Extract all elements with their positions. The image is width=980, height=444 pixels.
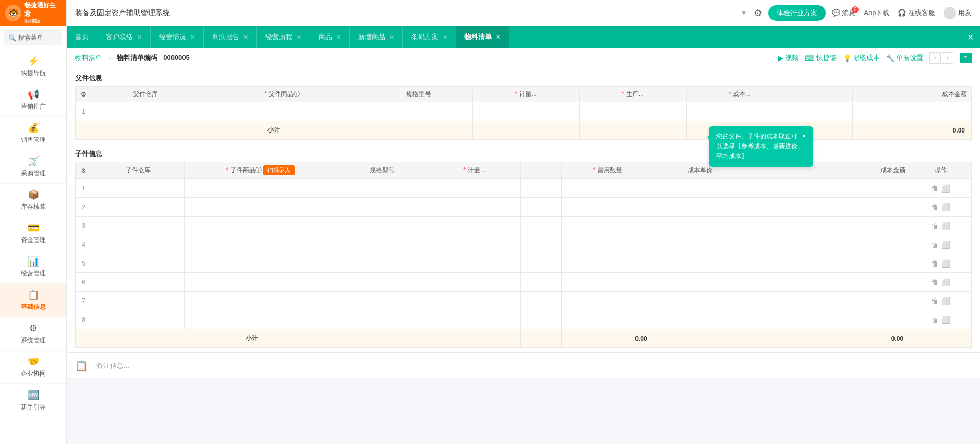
child-goods-4[interactable] [184, 235, 336, 254]
delete-icon-5[interactable]: 🗑 [931, 259, 938, 268]
child-goods-7[interactable] [184, 292, 336, 310]
copy-icon-3[interactable]: ⬜ [941, 222, 950, 230]
child-unit-cost-5[interactable] [654, 254, 746, 273]
copy-icon-8[interactable]: ⬜ [941, 316, 950, 324]
search-menu-button[interactable]: 🔍 搜索菜单 [4, 30, 62, 45]
breadcrumb-page[interactable]: 物料清单 [75, 53, 102, 63]
sidebar-search-area[interactable]: 🔍 搜索菜单 [0, 26, 66, 50]
sidebar-item-system[interactable]: ⚙ 系统管理 [0, 317, 66, 351]
child-col-gear[interactable]: ⚙ [76, 162, 92, 179]
nav-tab-5[interactable]: 商品✕ [310, 26, 350, 48]
settings-icon[interactable]: ⚙ [754, 7, 762, 19]
child-spec-8[interactable] [336, 310, 428, 329]
copy-icon-4[interactable]: ⬜ [941, 241, 950, 249]
child-need-qty-5[interactable] [561, 254, 654, 273]
child-unit-7[interactable] [428, 292, 521, 310]
child-unit-1[interactable] [428, 179, 521, 198]
delete-icon-8[interactable]: 🗑 [931, 316, 938, 324]
bottom-bar-icon[interactable]: 📋 [75, 359, 88, 372]
sidebar-item-cooperation[interactable]: 🤝 企业协同 [0, 351, 66, 384]
nav-tab-close-2[interactable]: ✕ [190, 34, 195, 41]
sidebar-item-finance[interactable]: 💳 资金管理 [0, 217, 66, 250]
copy-icon-5[interactable]: ⬜ [941, 259, 950, 268]
child-spec-4[interactable] [336, 235, 428, 254]
child-unit-6[interactable] [428, 273, 521, 292]
child-need-qty-7[interactable] [561, 292, 654, 310]
delete-icon-2[interactable]: 🗑 [931, 203, 938, 211]
child-unit-2[interactable] [428, 198, 521, 217]
nav-tab-close-1[interactable]: ✕ [137, 34, 142, 41]
child-warehouse-6[interactable] [92, 273, 185, 292]
shortcut-btn[interactable]: ⌨ 快捷键 [805, 53, 837, 63]
nav-tab-close-3[interactable]: ✕ [243, 34, 248, 41]
single-setup-btn[interactable]: 🔧 单据设置 [886, 53, 923, 63]
parent-unit-1[interactable] [472, 102, 579, 121]
sidebar-item-inventory[interactable]: 📦 库存核算 [0, 184, 66, 217]
child-goods-5[interactable] [184, 254, 336, 273]
child-spec-1[interactable] [336, 179, 428, 198]
parent-col-gear[interactable]: ⚙ [76, 87, 92, 102]
parent-produce-1[interactable] [579, 102, 686, 121]
child-unit-cost-8[interactable] [654, 310, 746, 329]
child-unit-3[interactable] [428, 217, 521, 235]
sidebar-item-basic[interactable]: 📋 基础信息 [0, 284, 66, 317]
child-warehouse-4[interactable] [92, 235, 185, 254]
nav-tab-close-7[interactable]: ✕ [443, 34, 447, 41]
nav-tab-4[interactable]: 经营历程✕ [257, 26, 310, 48]
nav-tab-3[interactable]: 利润报告✕ [204, 26, 257, 48]
delete-icon-3[interactable]: 🗑 [931, 222, 938, 230]
user-avatar[interactable]: 用友 [944, 7, 972, 19]
child-unit-cost-1[interactable] [654, 179, 746, 198]
experience-btn[interactable]: 体验行业方案 [768, 5, 826, 21]
delete-icon-4[interactable]: 🗑 [931, 241, 938, 249]
parent-spec-1[interactable] [365, 102, 472, 121]
child-spec-5[interactable] [336, 254, 428, 273]
sidebar-item-business[interactable]: 📊 经营管理 [0, 250, 66, 284]
child-need-qty-2[interactable] [561, 198, 654, 217]
child-unit-cost-3[interactable] [654, 217, 746, 235]
close-all-tabs-btn[interactable]: ✕ [961, 32, 980, 42]
parent-warehouse-1[interactable] [92, 102, 199, 121]
bottom-bar-text[interactable]: 备注信息... [96, 361, 129, 370]
child-unit-cost-7[interactable] [654, 292, 746, 310]
tooltip-close-btn[interactable]: × [802, 131, 806, 141]
child-need-qty-3[interactable] [561, 217, 654, 235]
child-unit-5[interactable] [428, 254, 521, 273]
nav-tab-0[interactable]: 首页 [67, 26, 97, 48]
child-spec-3[interactable] [336, 217, 428, 235]
delete-icon-7[interactable]: 🗑 [931, 297, 938, 305]
nav-tab-1[interactable]: 客户联络✕ [97, 26, 151, 48]
child-unit-8[interactable] [428, 310, 521, 329]
copy-icon-1[interactable]: ⬜ [941, 184, 950, 193]
list-view-btn[interactable]: ≡ [960, 53, 972, 63]
child-goods-3[interactable] [184, 217, 336, 235]
sidebar-item-marketing[interactable]: 📢 营销推广 [0, 83, 66, 117]
child-warehouse-8[interactable] [92, 310, 185, 329]
parent-goods-1[interactable] [199, 102, 365, 121]
sidebar-item-quick-nav[interactable]: ⚡ 快捷导航 [0, 50, 66, 83]
nav-tab-close-5[interactable]: ✕ [336, 34, 341, 41]
child-unit-cost-6[interactable] [654, 273, 746, 292]
message-badge[interactable]: 💬 消息 6 [832, 8, 856, 18]
sidebar-item-guide[interactable]: 🆕 新手引导 [0, 384, 66, 417]
child-warehouse-5[interactable] [92, 254, 185, 273]
scan-input-btn[interactable]: 扫码录入 [263, 165, 295, 175]
extract-cost-btn[interactable]: 💡 提取成本 [843, 53, 880, 63]
nav-tab-6[interactable]: 新增商品✕ [350, 26, 403, 48]
child-warehouse-3[interactable] [92, 217, 185, 235]
nav-tab-7[interactable]: 条码方案✕ [403, 26, 456, 48]
child-goods-2[interactable] [184, 198, 336, 217]
copy-icon-6[interactable]: ⬜ [941, 278, 950, 286]
child-warehouse-1[interactable] [92, 179, 185, 198]
child-goods-6[interactable] [184, 273, 336, 292]
next-btn[interactable]: › [942, 52, 953, 64]
child-spec-6[interactable] [336, 273, 428, 292]
child-goods-1[interactable] [184, 179, 336, 198]
copy-icon-7[interactable]: ⬜ [941, 297, 950, 305]
delete-icon-6[interactable]: 🗑 [931, 278, 938, 286]
child-need-qty-6[interactable] [561, 273, 654, 292]
nav-tab-2[interactable]: 经营情况✕ [151, 26, 204, 48]
child-spec-2[interactable] [336, 198, 428, 217]
copy-icon-2[interactable]: ⬜ [941, 203, 950, 211]
view-btn[interactable]: ▶ 视频 [778, 53, 799, 63]
